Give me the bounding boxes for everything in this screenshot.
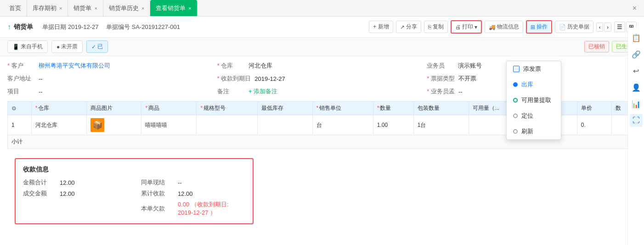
row-spec	[197, 115, 257, 135]
note-label: 备注	[217, 87, 245, 96]
row-no: 1	[8, 115, 32, 135]
doc-no-value: SA-20191227-001	[132, 23, 181, 30]
this-owe-label: 本单欠款	[141, 205, 174, 213]
tab-home[interactable]: 首页	[4, 0, 27, 16]
same-order-label: 同单现结	[141, 178, 174, 187]
share-icon: ↗	[400, 24, 405, 30]
settings-icon[interactable]: ⚙	[11, 105, 17, 112]
payment-date-row: 收款到期日 2019-12-27	[217, 74, 427, 83]
main-container: ↑ 销货单 单据日期 2019-12-27 单据编号 SA-20191227-0…	[0, 17, 644, 245]
sidebar-icon-3[interactable]: ↩	[630, 64, 643, 77]
sidebar-icon-1[interactable]: 📋	[630, 31, 643, 44]
list-view-icon[interactable]: ☰	[614, 22, 625, 32]
menu-item-extract[interactable]: 可用量提取	[507, 92, 561, 108]
tab-inventory-close[interactable]: ×	[59, 6, 62, 11]
deal-amount-row: 成交金额 12.00	[23, 189, 127, 198]
address-label: 客户地址	[7, 74, 35, 83]
row-img: 📦	[86, 115, 141, 135]
menu-item-refresh[interactable]: 刷新	[507, 124, 561, 139]
customer-value[interactable]: 柳州粤港平安气体有限公司	[39, 62, 110, 70]
operations-button[interactable]: ⊞ 操作	[526, 20, 552, 34]
menu-item-outbound[interactable]: 出库	[507, 77, 561, 92]
check-icon: ✓	[91, 44, 96, 50]
due-date-value: 2019-12-27	[178, 209, 209, 216]
col-settings[interactable]: ⚙	[8, 102, 32, 115]
copy-button[interactable]: ⎘ 复制	[424, 21, 448, 33]
sales-staff-value: --	[458, 88, 463, 95]
tab-bar: 首页 库存期初 × 销货单 × 销货单历史 × 查看销货单 × ×	[0, 0, 644, 17]
tab-inventory-label: 库存期初	[33, 4, 56, 12]
tab-sales-order[interactable]: 销货单 ×	[68, 0, 103, 16]
note-row: 备注 + 添加备注	[217, 87, 427, 96]
this-owe-value: 0.00 （收款到期日: 2019-12-27 ）	[178, 200, 245, 217]
global-close-button[interactable]: ×	[629, 2, 640, 14]
col-min-stock: 最低库存	[257, 102, 312, 115]
doc-no-label: 单据编号	[106, 23, 130, 31]
payment-date-value: 2019-12-27	[254, 75, 285, 82]
doc-header: ↑ 销货单 单据日期 2019-12-27 单据编号 SA-20191227-0…	[0, 17, 644, 38]
new-button[interactable]: + 新增	[369, 21, 393, 33]
share-button[interactable]: ↗ 分享	[396, 21, 421, 33]
menu-item-invoice[interactable]: 添发票	[507, 61, 561, 77]
copy-icon: ⎘	[428, 24, 431, 30]
same-order-value: --	[178, 179, 182, 186]
sidebar-icon-5[interactable]: 📊	[630, 97, 643, 110]
logistics-icon: 🚚	[489, 24, 496, 30]
address-row: 客户地址 --	[7, 74, 217, 83]
payment-date-label: 收款到期日	[217, 74, 251, 83]
doc-actions: + 新增 ↗ 分享 ⎘ 复制 🖨 打印 ▾ 🚚 物流信息 ⊞	[369, 20, 637, 34]
warehouse-row: 仓库 河北仓库	[217, 62, 427, 70]
logistics-button[interactable]: 🚚 物流信息	[485, 21, 523, 33]
summary-wrapper: 收款信息 金额合计 12.00 同单现结 -- 成交金额 12.00 累计收款 …	[7, 154, 261, 229]
refresh-icon	[513, 129, 518, 134]
row-pack-qty: 1台	[413, 115, 469, 135]
amount-label: 金额合计	[23, 178, 56, 187]
customer-label: 客户	[7, 62, 35, 70]
print-dropdown-arrow: ▾	[475, 24, 477, 30]
col-sales-unit: *销售单位	[312, 102, 373, 115]
tab-view-sales[interactable]: 查看销货单 ×	[150, 0, 197, 16]
project-value: --	[39, 88, 43, 95]
note-add[interactable]: + 添加备注	[249, 87, 277, 96]
not-opened-button[interactable]: ● 未开票	[51, 40, 83, 53]
print-button[interactable]: 🖨 打印 ▾	[451, 20, 482, 34]
amount-value: 12.00	[60, 179, 75, 186]
row-sales-unit: 台	[312, 115, 373, 135]
tab-view-label: 查看销货单	[156, 4, 186, 12]
tab-sales-history[interactable]: 销货单历史 ×	[103, 0, 150, 16]
next-arrow[interactable]: ›	[604, 23, 611, 32]
row-product: 嘻嘻嘻嘻	[141, 115, 197, 135]
tab-inventory-init[interactable]: 库存期初 ×	[27, 0, 68, 16]
sidebar-icon-4[interactable]: 👤	[630, 81, 643, 94]
ticket-value: 不开票	[458, 74, 476, 83]
menu-item-locate[interactable]: 定位	[507, 108, 561, 124]
check-button[interactable]: ✓ 已	[86, 40, 108, 53]
deal-amount-label: 成交金额	[23, 189, 56, 198]
doc-date-item: 单据日期 2019-12-27	[42, 23, 99, 31]
amount-row: 金额合计 12.00	[23, 178, 127, 187]
row-warehouse: 河北仓库	[31, 115, 86, 135]
sidebar-icon-6[interactable]: ⛶	[630, 114, 643, 127]
col-pack-qty: 包装数量	[413, 102, 469, 115]
this-owe-row: 本单欠款 0.00 （收款到期日: 2019-12-27 ）	[141, 200, 245, 217]
tab-history-close[interactable]: ×	[141, 6, 144, 11]
from-phone-button[interactable]: 📱 来自手机	[7, 40, 48, 53]
invoice-icon	[513, 66, 520, 72]
col-qty: *数量	[373, 102, 413, 115]
operations-icon: ⊞	[531, 24, 535, 30]
row-min-stock	[257, 115, 312, 135]
product-image: 📦	[90, 118, 104, 132]
right-sidebar: 📋 🔗 ↩ 👤 📊 ⛶	[627, 28, 644, 245]
col-price: 单价	[577, 102, 612, 115]
sidebar-icon-2[interactable]: 🔗	[630, 48, 643, 61]
operations-dropdown: 添发票 出库 可用量提取 定位 刷新	[506, 61, 561, 140]
tab-sales-close[interactable]: ×	[94, 6, 97, 11]
toolbar-row: 📱 来自手机 ● 未开票 ✓ 已 已核销 已生效	[0, 38, 644, 56]
tab-view-close[interactable]: ×	[188, 6, 191, 11]
col-spec: *规格型号	[197, 102, 257, 115]
history-button[interactable]: 📄 历史单据	[555, 21, 593, 33]
prev-arrow[interactable]: ‹	[596, 23, 604, 32]
row-price: 0.	[577, 115, 612, 135]
doc-meta: 单据日期 2019-12-27 单据编号 SA-20191227-001	[42, 23, 369, 31]
doc-title-section: ↑ 销货单	[7, 23, 33, 31]
